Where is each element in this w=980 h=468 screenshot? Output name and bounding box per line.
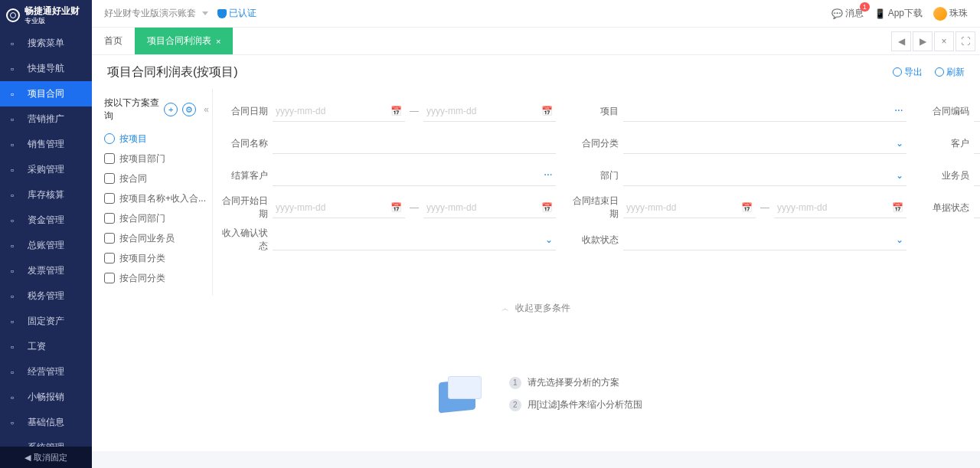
sidebar-item-9[interactable]: ▫发票管理 [0, 258, 92, 283]
collapse-filters[interactable]: ︿ 收起更多条件 [92, 296, 980, 321]
add-scheme-button[interactable]: + [164, 103, 178, 116]
receipt-status-select[interactable]: ⌄ [623, 229, 906, 250]
unpin-sidebar[interactable]: ◀ 取消固定 [0, 447, 92, 468]
close-icon[interactable]: × [216, 37, 220, 46]
customer-field[interactable] [977, 138, 980, 149]
scheme-item-5[interactable]: 按合同业务员 [104, 228, 212, 248]
sidebar-item-15[interactable]: ▫基础信息 [0, 410, 92, 435]
start-date-from-input[interactable] [276, 202, 390, 213]
scheme-item-0[interactable]: 按项目 [104, 129, 212, 149]
scheme-item-6[interactable]: 按项目分类 [104, 248, 212, 268]
tab-close-all-button[interactable]: × [934, 31, 954, 51]
sidebar-item-0[interactable]: ▫搜索菜单 [0, 31, 92, 56]
refresh-label: 刷新 [946, 66, 965, 79]
contract-date-from-input[interactable] [276, 106, 390, 116]
app-download-button[interactable]: 📱 App下载 [874, 7, 923, 20]
sidebar-item-14[interactable]: ▫小畅报销 [0, 385, 92, 410]
verified-badge: 已认证 [217, 7, 256, 20]
export-button[interactable]: 导出 [893, 66, 923, 79]
dept-field[interactable] [626, 170, 896, 181]
contract-type-field[interactable] [626, 138, 896, 149]
messages-button[interactable]: 💬 消息 1 [831, 7, 864, 20]
pin-icon: ◀ [24, 453, 31, 463]
scheme-item-2[interactable]: 按合同 [104, 169, 212, 188]
more-icon[interactable]: ··· [544, 171, 553, 179]
sidebar-item-10[interactable]: ▫税务管理 [0, 283, 92, 309]
contract-name-input[interactable] [273, 133, 556, 154]
income-status-select[interactable]: ⌄ [273, 229, 556, 250]
refresh-button[interactable]: 刷新 [935, 66, 965, 79]
tab-current[interactable]: 项目合同利润表 × [135, 28, 233, 54]
end-date-from[interactable]: 📅 [623, 197, 756, 218]
settle-customer-input[interactable]: ··· [273, 165, 556, 186]
sidebar-item-6[interactable]: ▫库存核算 [0, 182, 92, 208]
filters: 查询 设置 合同日期 📅 — 📅 [213, 89, 980, 296]
start-date-to-input[interactable] [426, 202, 541, 213]
scheme-item-label: 按项目 [119, 133, 147, 146]
customer-input[interactable]: ··· [974, 133, 980, 154]
sidebar-item-13[interactable]: ▫经营管理 [0, 359, 92, 385]
scheme-item-3[interactable]: 按项目名称+收入合... [104, 188, 212, 208]
scheme-panel: 按以下方案查询 + ⚙ « 按项目按项目部门按合同按项目名称+收入合...按合同… [92, 89, 213, 296]
reimb-icon: ▫ [11, 392, 21, 403]
end-date-from-input[interactable] [626, 202, 741, 213]
sidebar-item-4[interactable]: ▫销售管理 [0, 132, 92, 157]
project-input[interactable]: ··· [623, 100, 906, 122]
sidebar-item-2[interactable]: ▫项目合同 [0, 81, 92, 106]
salesman-input[interactable]: ··· [974, 165, 980, 186]
end-date-to-input[interactable] [777, 202, 892, 213]
sidebar-item-1[interactable]: ▫快捷导航 [0, 56, 92, 81]
scheme-item-1[interactable]: 按项目部门 [104, 149, 212, 169]
income-status-field[interactable] [276, 234, 545, 245]
end-date-to[interactable]: 📅 [774, 197, 906, 218]
scheme-icon [104, 213, 115, 224]
start-date-to[interactable]: 📅 [423, 197, 556, 218]
export-icon [893, 67, 902, 77]
sidebar-item-16[interactable]: ▫系统管理 [0, 435, 92, 447]
contract-type-select[interactable]: ⌄ [623, 133, 906, 154]
calendar-icon: 📅 [892, 202, 903, 213]
tab-next-button[interactable]: ▶ [913, 31, 933, 51]
receipt-status-field[interactable] [626, 234, 896, 245]
sidebar-item-label: 搜索菜单 [28, 37, 64, 50]
tab-prev-button[interactable]: ◀ [891, 31, 911, 51]
collapse-panel-icon[interactable]: « [201, 104, 212, 115]
salesman-field[interactable] [977, 170, 980, 181]
sidebar-item-label: 销售管理 [28, 138, 64, 151]
contract-date-from[interactable]: 📅 [273, 100, 405, 122]
org-selector[interactable]: 好业财专业版演示账套 [104, 7, 208, 20]
scheme-settings-button[interactable]: ⚙ [182, 103, 196, 116]
contract-name-field[interactable] [276, 138, 553, 149]
message-count: 1 [860, 2, 870, 11]
sidebar-item-label: 总账管理 [28, 239, 64, 252]
contract-no-input[interactable]: — [974, 100, 980, 122]
project-field[interactable] [626, 106, 895, 116]
scheme-item-7[interactable]: 按合同分类 [104, 268, 212, 288]
sidebar-item-11[interactable]: ▫固定资产 [0, 309, 92, 334]
sidebar-item-label: 小畅报销 [28, 391, 64, 404]
user-menu[interactable]: 珠珠 [933, 7, 968, 21]
scheme-item-4[interactable]: 按合同部门 [104, 208, 212, 228]
sidebar-item-12[interactable]: ▫工资 [0, 334, 92, 359]
home-icon: ▫ [11, 64, 21, 74]
scheme-item-label: 按合同部门 [119, 212, 165, 225]
sidebar-item-8[interactable]: ▫总账管理 [0, 233, 92, 258]
empty-state: 1请先选择要分析的方案 2用[过滤]条件来缩小分析范围 [92, 321, 980, 451]
tab-home[interactable]: 首页 [92, 28, 135, 54]
search-icon: ▫ [11, 38, 21, 49]
contract-date-to[interactable]: 📅 [423, 100, 556, 122]
contract-date-to-input[interactable] [426, 106, 541, 116]
sidebar-item-7[interactable]: ▫资金管理 [0, 208, 92, 233]
order-status-field[interactable] [977, 202, 980, 213]
calendar-icon: 📅 [390, 106, 402, 116]
sidebar-item-5[interactable]: ▫采购管理 [0, 157, 92, 182]
more-icon[interactable]: ··· [895, 106, 903, 115]
start-date-from[interactable]: 📅 [273, 197, 405, 218]
settle-customer-field[interactable] [276, 170, 544, 181]
order-status-select[interactable]: ⌄ [974, 197, 980, 218]
tax-icon: ▫ [11, 291, 21, 302]
sidebar-item-3[interactable]: ▫营销推广 [0, 106, 92, 132]
fullscreen-button[interactable]: ⛶ [956, 31, 975, 51]
step-1-badge: 1 [509, 377, 521, 389]
dept-select[interactable]: ⌄ [623, 165, 906, 186]
